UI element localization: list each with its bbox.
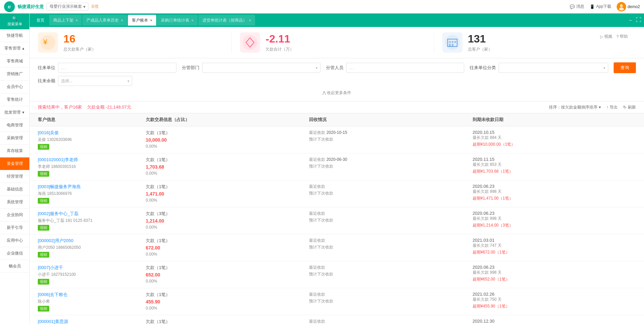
sidebar-search[interactable]: 🔍 搜索菜单 [0, 13, 29, 29]
results-right: 排序：按欠款金额倒序排序 ▾ ↑ 导出 ↻ 刷新 [549, 105, 636, 110]
dept-label: 分管部门 [182, 65, 199, 71]
customer-name-2[interactable]: [0003]畅捷服务尹海燕 [38, 184, 146, 190]
basic-info-label: 基础信息 [7, 186, 23, 192]
customer-name-7[interactable]: [000001]黄思源 [38, 319, 146, 324]
tab-close-icon-5[interactable]: × [249, 18, 251, 22]
sidebar-item-app-center[interactable]: 应用中心 [0, 234, 29, 247]
customer-name-6[interactable]: [0006]去下粮仓 [38, 292, 146, 298]
nav-label: 示范 [91, 4, 99, 9]
refresh-label: 刷新 [628, 105, 636, 110]
industry-selector[interactable]: 母婴行业演示账套 ▾ [47, 3, 88, 10]
help-label: 帮助 [620, 34, 628, 39]
sidebar-item-member[interactable]: 会员中心 [0, 81, 29, 93]
filter-category: 往来单位分类 ▾ [470, 63, 608, 73]
category-select[interactable]: ▾ [499, 63, 608, 73]
message-btn[interactable]: 💬 消息 [570, 4, 584, 9]
tab-close-icon[interactable]: × [76, 18, 78, 22]
batch-mgmt-label: 批发管理 [4, 110, 21, 115]
export-btn[interactable]: ↑ 导出 [606, 105, 618, 110]
customer-tag-5: 现销 [38, 279, 49, 285]
tab-close-icon-3[interactable]: × [150, 18, 152, 22]
overdue-amount-6[interactable]: 超期¥455.90（1笔） [473, 303, 636, 309]
vendor-input[interactable]: ... [58, 63, 176, 73]
vendor-dots: ... [61, 65, 66, 70]
overdue-amount-3[interactable]: 超期¥1,214.00（3笔） [473, 223, 636, 228]
collapse-row[interactable]: ⋀ 收起更多条件 [38, 89, 636, 97]
person-input[interactable]: ... [346, 63, 465, 73]
sidebar-item-enterprise[interactable]: 企业协同 [0, 209, 29, 222]
tab-minimize-btn[interactable]: － [628, 17, 633, 24]
export-label: 导出 [610, 105, 618, 110]
tab-product-history[interactable]: 产成品入库单历史 × [82, 15, 127, 26]
tab-products-off[interactable]: 商品上下架 × [49, 15, 82, 26]
search-button[interactable]: 查询 [614, 62, 636, 73]
retail-stats-label: 零售统计 [7, 97, 23, 102]
svg-text:好: 好 [7, 5, 11, 9]
dept-select[interactable]: ▾ [202, 63, 320, 73]
sidebar-item-finance[interactable]: 资金管理 [0, 157, 29, 170]
tab-bar: 首页 商品上下架 × 产成品入库单历史 × 客户账本 × 采购订单统计表 × 进… [30, 13, 644, 27]
help-btn[interactable]: ? 帮助 [616, 34, 628, 39]
table-row: [000002]用户2050 用户2050 18665062050 现销 欠款（… [30, 234, 644, 261]
balance-select[interactable]: 选择... ▾ [58, 76, 132, 86]
tab-home[interactable]: 首页 [32, 15, 49, 26]
sidebar-item-operation[interactable]: 经营管理 [0, 170, 29, 183]
user-menu[interactable]: demo2 [617, 2, 640, 11]
tab-purchase-stats[interactable]: 进货单统计表（按商品） × [198, 15, 255, 26]
table-row: [000001]黄思源 黄思源 13552700226 现销 欠款（1笔） 42… [30, 315, 644, 324]
refresh-btn[interactable]: ↻ 刷新 [623, 105, 636, 110]
customer-name-0[interactable]: [0016]吴俊 [38, 130, 146, 136]
video-btn[interactable]: ▷ 视频 [600, 34, 612, 39]
debt-count-3: 欠款（3笔） [146, 211, 309, 217]
debt-ratio-5: 0.00% [146, 279, 309, 284]
overdue-amount-4[interactable]: 超期¥672.00（1笔） [473, 249, 636, 255]
overdue-amount-0[interactable]: 超期¥10,000.00（1笔） [473, 142, 636, 147]
overdue-amount-2[interactable]: 超期¥1,471.00（1笔） [473, 196, 636, 201]
sidebar-item-ecommerce[interactable]: 电商管理 [0, 119, 29, 132]
tab-maximize-btn[interactable]: ⛶ [636, 17, 641, 24]
tab-customer-account[interactable]: 客户账本 × [128, 15, 156, 26]
sidebar-item-marketing[interactable]: 营销推广 [0, 68, 29, 81]
results-bar: 搜索结果中，客户16家 欠款金额 -21,148.07元 排序：按欠款金额倒序排… [30, 101, 644, 113]
next-payment-6: 预计下次收款 [309, 298, 472, 304]
tab-purchase-order[interactable]: 采购订单统计表 × [157, 15, 197, 26]
app-download-btn[interactable]: 📱 App下载 [590, 4, 611, 9]
col-header-return: 回收情况 [309, 117, 472, 123]
customer-tag-1: 现销 [38, 171, 49, 177]
sidebar-item-basic-info[interactable]: 基础信息 [0, 183, 29, 196]
sidebar-item-weixin[interactable]: 企业微信 [0, 247, 29, 260]
recent-payment-4: 最近收款 [309, 238, 472, 243]
return-info-3: 最近收款 预计下次收款 [309, 211, 472, 223]
sidebar-item-retail-mall[interactable]: 零售商城 [0, 55, 29, 68]
next-payment-1: 预计下次收款 [309, 164, 472, 169]
customer-name-3[interactable]: [0002]服务中心_丁磊 [38, 211, 146, 217]
sidebar-item-system[interactable]: 系统管理 [0, 196, 29, 209]
customer-tag-3: 现销 [38, 225, 49, 231]
tab-close-icon-2[interactable]: × [121, 18, 123, 22]
tab-close-icon-4[interactable]: × [191, 18, 193, 22]
sidebar-item-purchase[interactable]: 采购管理 [0, 132, 29, 145]
sort-selector[interactable]: 排序：按欠款金额倒序排序 ▾ [549, 105, 601, 110]
sidebar-item-inventory[interactable]: 库存核算 [0, 145, 29, 157]
overdue-amount-5[interactable]: 超期¥652.00（1笔） [473, 276, 636, 282]
sidebar-item-retail-mgmt[interactable]: 零售管理 ▲ [0, 42, 29, 55]
newbie-label: 新手引导 [7, 225, 23, 231]
sidebar-item-retail-stats[interactable]: 零售统计 [0, 93, 29, 106]
message-label: 消息 [576, 4, 584, 9]
debt-count-6: 欠款（1笔） [146, 292, 309, 298]
svg-point-3 [620, 4, 623, 7]
customer-name-1[interactable]: [0001020001]李老师 [38, 157, 146, 163]
sidebar-item-newbie[interactable]: 新手引导 [0, 222, 29, 234]
sidebar-item-quick-nav[interactable]: 快捷导航 [0, 29, 29, 42]
sidebar-item-batch-mgmt[interactable]: 批发管理 ▼ [0, 106, 29, 119]
table-row: [0007]小进千 小进千 18279152100 现销 欠款（1笔） 652.… [30, 261, 644, 288]
sidebar-item-vip[interactable]: 畅会员 [0, 260, 29, 273]
ecommerce-label: 电商管理 [7, 122, 23, 128]
customer-name-5[interactable]: [0007]小进千 [38, 265, 146, 271]
customer-info-6: [0006]去下粮仓 陈小希 现销 [38, 292, 146, 312]
filter-row-2: 往来余额 选择... ▾ [38, 76, 636, 86]
filter-person: 分管人员 ... [326, 63, 465, 73]
recent-payment-7: 最近收款 [309, 319, 472, 324]
overdue-amount-1[interactable]: 超期¥1,703.68（1笔） [473, 169, 636, 174]
customer-name-4[interactable]: [000002]用户2050 [38, 238, 146, 244]
